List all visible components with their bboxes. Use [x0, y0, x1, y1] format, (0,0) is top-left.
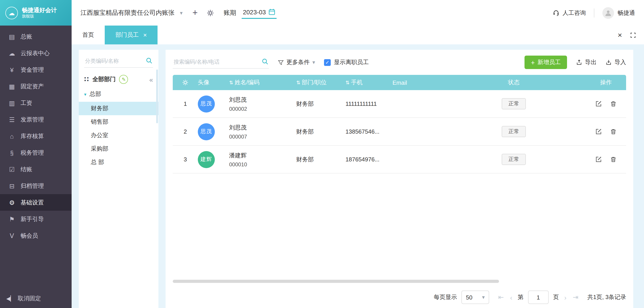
calendar-icon	[268, 9, 275, 15]
user-menu[interactable]: 畅捷通	[602, 7, 635, 19]
avatar: 思茂	[198, 95, 215, 112]
header-dept-position[interactable]: ⇅部门/职位	[296, 78, 346, 87]
search-icon[interactable]	[262, 58, 268, 65]
delete-button[interactable]	[610, 128, 617, 135]
tree-node-root[interactable]: ▾ 总部	[84, 90, 153, 98]
period-label: 账期	[224, 9, 236, 17]
export-icon	[576, 59, 582, 65]
row-index: 1	[173, 100, 198, 107]
all-departments-label[interactable]: 全部部门	[92, 75, 116, 83]
header-phone[interactable]: ⇅手机	[346, 78, 392, 87]
sidebar-item-settings[interactable]: ⚙基础设置	[0, 194, 72, 211]
import-button[interactable]: 导入	[606, 58, 626, 66]
prev-page-button[interactable]: ‹	[509, 293, 513, 301]
sidebar-item-inventory[interactable]: ⌂库存核算	[0, 128, 72, 144]
tab-home[interactable]: 首页	[72, 26, 105, 44]
funnel-icon	[278, 59, 284, 65]
show-resigned-checkbox-group[interactable]: ✓ 显示离职员工	[324, 58, 369, 66]
add-account-button[interactable]: +	[192, 8, 198, 18]
sidebar-item-member[interactable]: Ⅴ畅会员	[0, 227, 72, 244]
next-page-button[interactable]: ›	[563, 293, 567, 301]
table-header: 头像 ⇅姓名/编码 ⇅部门/职位 ⇅手机 Email 状态 操作	[173, 75, 626, 90]
user-avatar	[602, 7, 614, 19]
column-settings-gear-icon[interactable]	[173, 79, 198, 86]
sidebar-item-general-ledger[interactable]: ▤总账	[0, 28, 72, 45]
header-email: Email	[392, 79, 442, 86]
page-suffix: 页	[553, 293, 559, 301]
tab-close-icon[interactable]: ×	[143, 32, 147, 38]
sidebar-item-funds[interactable]: ¥资金管理	[0, 61, 72, 78]
table-row[interactable]: 3 建辉 潘建辉000010 财务部 187654976... 正常	[173, 146, 626, 174]
sort-icon[interactable]: ⇅	[346, 80, 350, 85]
table-row[interactable]: 1 思茂 刘思茂000002 财务部 11111111111 正常	[173, 90, 626, 118]
export-label: 导出	[585, 58, 596, 66]
last-page-button[interactable]: ⇥	[572, 293, 579, 301]
sidebar-item-beginner-guide[interactable]: ⚑新手引导	[0, 211, 72, 227]
period-value: 2023-03	[243, 8, 266, 16]
edit-button[interactable]	[595, 156, 602, 163]
support-button[interactable]: 人工咨询	[553, 9, 586, 17]
dept-panel-scrollbar[interactable]	[156, 70, 158, 123]
import-label: 导入	[614, 58, 626, 66]
collapse-panel-icon[interactable]: «	[149, 76, 153, 83]
per-page-select[interactable]: 50 ▾	[462, 290, 489, 304]
sidebar-item-fixed-assets[interactable]: ▦固定资产	[0, 78, 72, 95]
sidebar-item-tax[interactable]: §税务管理	[0, 144, 72, 161]
sort-icon[interactable]: ⇅	[229, 80, 233, 85]
employee-dept: 财务部	[296, 127, 346, 136]
employee-search-input[interactable]	[173, 56, 269, 69]
sidebar-item-archive[interactable]: ⊟归档管理	[0, 178, 72, 194]
sidebar-item-closing[interactable]: ☑结账	[0, 161, 72, 178]
sidebar-item-invoice[interactable]: ☰发票管理	[0, 111, 72, 128]
company-selector[interactable]: 江西服宝精品有限责任公司内账张	[80, 9, 174, 17]
delete-button[interactable]	[610, 156, 617, 163]
employee-phone: 11111111111	[346, 100, 392, 107]
tree-item-office[interactable]: 办公室	[79, 129, 158, 142]
unpin-sidebar-button[interactable]: ◀▏ 取消固定	[0, 289, 72, 308]
sort-icon[interactable]: ⇅	[296, 80, 300, 85]
sidebar-item-salary[interactable]: ▥工资	[0, 95, 72, 111]
pencil-icon: ✎	[122, 76, 126, 82]
edit-button[interactable]	[595, 100, 602, 107]
edit-button[interactable]	[595, 128, 602, 135]
first-page-button[interactable]: ⇤	[497, 293, 504, 301]
account-settings-gear-icon[interactable]	[206, 9, 214, 16]
header-avatar: 头像	[198, 78, 229, 87]
tree-item-finance[interactable]: 财务部	[79, 102, 158, 115]
checkbox-checked[interactable]: ✓	[324, 59, 331, 66]
fixed-assets-icon: ▦	[8, 83, 16, 90]
status-badge: 正常	[502, 98, 526, 109]
horizontal-scrollbar[interactable]	[173, 280, 499, 283]
more-conditions-button[interactable]: 更多条件 ▾	[278, 58, 315, 66]
period-picker[interactable]: 2023-03	[242, 7, 276, 19]
sidebar-item-label: 基础设置	[20, 198, 44, 206]
page-number-input[interactable]	[528, 290, 548, 304]
table-row[interactable]: 2 思茂 刘思茂000007 财务部 138567546... 正常	[173, 118, 626, 146]
tree-item-purchasing[interactable]: 采购部	[79, 142, 158, 156]
logo-cloud-icon: ☁	[5, 7, 18, 19]
employee-phone: 138567546...	[346, 128, 392, 135]
department-search-input[interactable]	[84, 55, 153, 68]
chevron-down-icon[interactable]: ▾	[180, 10, 182, 16]
sidebar-nav: ▤总账 ☁云报表中心 ¥资金管理 ▦固定资产 ▥工资 ☰发票管理 ⌂库存核算 §…	[0, 26, 72, 289]
close-all-tabs-icon[interactable]: ×	[618, 31, 622, 39]
export-button[interactable]: 导出	[576, 58, 596, 66]
add-employee-button[interactable]: + 新增员工	[524, 56, 567, 69]
employee-code: 000007	[229, 133, 296, 140]
chevron-down-icon: ▾	[312, 59, 315, 65]
tree-item-sales[interactable]: 销售部	[79, 115, 158, 129]
triangle-down-icon[interactable]: ▾	[84, 92, 86, 97]
page-prefix: 第	[518, 293, 524, 301]
search-icon[interactable]	[146, 57, 152, 64]
edit-departments-button[interactable]: ✎	[119, 75, 128, 84]
tab-department-employees[interactable]: 部门员工 ×	[105, 26, 158, 44]
grid-icon: ∷	[84, 75, 89, 83]
header-name-code[interactable]: ⇅姓名/编码	[229, 78, 296, 87]
tree-item-headquarters[interactable]: 总 部	[79, 156, 158, 169]
department-tree: ▾ 总部 财务部 销售部 办公室 采购部 总 部	[84, 90, 153, 169]
fullscreen-icon[interactable]	[630, 32, 636, 38]
unpin-label: 取消固定	[18, 294, 41, 303]
sidebar-item-cloud-reports[interactable]: ☁云报表中心	[0, 45, 72, 61]
delete-button[interactable]	[610, 100, 617, 107]
tab-label: 部门员工	[116, 31, 139, 39]
